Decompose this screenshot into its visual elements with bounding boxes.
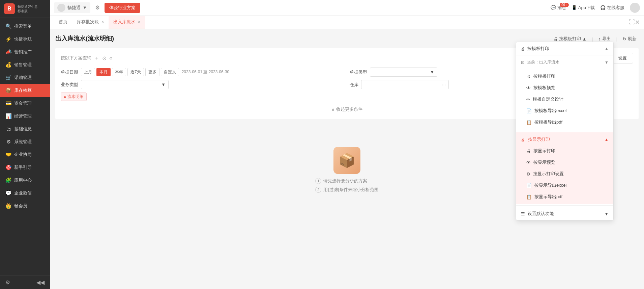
sidebar-item-system[interactable]: ⚙系统管理: [0, 135, 50, 148]
sidebar-label-marketing: 营销推广: [14, 49, 32, 55]
sidebar-item-operations[interactable]: 📊经营管理: [0, 110, 50, 123]
dp-template-pdf-btn[interactable]: 📋 按模板导出pdf: [516, 116, 613, 128]
refresh-icon: ↻: [623, 36, 626, 42]
dp-template-custom-btn[interactable]: ✏ 模板自定义设计: [516, 94, 613, 105]
user-selector[interactable]: 畅捷通 ▼: [54, 2, 90, 13]
sidebar-item-guide[interactable]: 🎯新手引导: [0, 161, 50, 174]
empty-steps: 1 请先选择要分析的方案 2 用[过滤]条件来缩小分析范围: [315, 177, 378, 194]
refresh-btn[interactable]: ↻ 刷新: [621, 34, 639, 43]
sidebar: B 畅捷通好生意 标准版 🔍搜索菜单⚡快捷导航📣营销推广💰销售管理🛒采购管理📦库…: [0, 0, 50, 289]
dp-set-default-btn[interactable]: ☰ 设置默认功能 ▼: [516, 207, 613, 220]
sidebar-item-shortcut[interactable]: ⚡快捷导航: [0, 33, 50, 46]
dp-separator: [516, 131, 613, 131]
date-btn-自定义[interactable]: 自定义: [161, 68, 179, 76]
dp-default-chevron-icon: ▼: [604, 211, 609, 216]
warehouse-label: 仓库: [350, 82, 358, 88]
date-btn-上月[interactable]: 上月: [81, 68, 95, 76]
date-btn-本年[interactable]: 本年: [112, 68, 126, 76]
biz-type-chevron-icon: ▼: [161, 82, 166, 87]
topbar-user-avatar[interactable]: [630, 3, 640, 13]
date-btn-更多[interactable]: 更多: [145, 68, 159, 76]
dp-display-chevron-icon: ▲: [604, 137, 609, 142]
logo-text: 畅捷通好生意 标准版: [18, 4, 38, 13]
filter-add-icon[interactable]: ＋: [94, 55, 99, 62]
empty-step-1: 1 请先选择要分析的方案: [315, 177, 378, 185]
sidebar-item-collab[interactable]: 🤝企业协同: [0, 148, 50, 161]
dp-display-print-settings-btn[interactable]: ⚙ 按显示打印设置: [516, 168, 613, 180]
date-btn-本月[interactable]: 本月: [96, 68, 111, 76]
dp-template-preview-btn[interactable]: 👁 按模板预览: [516, 82, 613, 94]
dp-header-chevron-icon: ▲: [605, 46, 609, 51]
sidebar-item-base[interactable]: 🗂基础信息: [0, 123, 50, 135]
dp-template-section: 🖨 按模板打印 👁 按模板预览 ✏ 模板自定义设计 📄 按模板导出excel 📋: [516, 69, 613, 129]
sidebar-icon-apps: 🧩: [5, 177, 11, 183]
app-download-btn[interactable]: 📱 App下载: [572, 5, 595, 11]
doc-type-select[interactable]: ▼: [370, 68, 437, 77]
tabbar-expand-icon[interactable]: ⛶: [629, 19, 635, 26]
dp-display-print-btn[interactable]: 🖨 按显示打印: [516, 145, 613, 157]
topbar-gear-icon[interactable]: ⚙: [94, 3, 101, 12]
dp-display-preview-btn[interactable]: 👁 按显示预览: [516, 157, 613, 168]
step-2-num: 2: [315, 187, 321, 193]
messages-btn[interactable]: 💬 消息 99+: [551, 5, 566, 11]
app-label: App下载: [578, 5, 595, 11]
sidebar-item-member[interactable]: 👑畅会员: [0, 200, 50, 212]
dp-template-excel-btn[interactable]: 📄 按模板导出excel: [516, 105, 613, 116]
dp-display-excel-btn[interactable]: 📄 按显示导出excel: [516, 180, 613, 191]
sidebar-item-inventory[interactable]: 📦库存核算: [0, 84, 50, 97]
dp-template-print-icon: 🖨: [526, 74, 531, 79]
dp-display-section-header: 🖨 按显示打印 ▲: [516, 134, 613, 145]
sidebar-item-sales[interactable]: 💰销售管理: [0, 58, 50, 71]
dp-current-text: 当前：出入库流水: [527, 59, 559, 65]
tabbar: 首页库存批次账×出入库流水×⛶✕: [50, 16, 644, 29]
sidebar-icon-operations: 📊: [5, 113, 11, 119]
collapse-sidebar-icon[interactable]: ◀◀: [36, 279, 45, 286]
trial-btn[interactable]: 体验行业方案: [105, 3, 140, 13]
export-icon: ↑: [598, 36, 601, 42]
dp-display-print-icon: 🖨: [526, 149, 531, 154]
dp-default-icon: ☰: [521, 211, 525, 216]
topbar: 畅捷通 ▼ ⚙ 体验行业方案 💬 消息 99+ 📱 App下载 🎧 在线客服: [50, 0, 644, 16]
tab-close-batch[interactable]: ×: [101, 20, 104, 24]
settings-footer-icon[interactable]: ⚙: [5, 279, 10, 286]
sidebar-item-purchase[interactable]: 🛒采购管理: [0, 71, 50, 84]
warehouse-more-icon: ···: [442, 82, 446, 87]
sidebar-icon-marketing: 📣: [5, 49, 11, 55]
sidebar-label-member: 畅会员: [14, 203, 27, 209]
filter-settings-icon[interactable]: ⊙: [102, 55, 107, 61]
user-avatar: [57, 4, 65, 12]
settings-btn[interactable]: 设置: [612, 53, 633, 63]
dp-separator-2: [516, 205, 613, 206]
sidebar-footer: ⚙ ◀◀: [0, 275, 50, 289]
dp-current-chevron-icon: ▼: [605, 60, 609, 65]
biz-type-select[interactable]: ▼: [81, 80, 169, 89]
sidebar-item-apps[interactable]: 🧩应用中心: [0, 174, 50, 187]
sidebar-logo: B 畅捷通好生意 标准版: [0, 0, 50, 18]
tab-home[interactable]: 首页: [54, 16, 72, 28]
sidebar-item-finance[interactable]: 💳资金管理: [0, 97, 50, 110]
warehouse-select[interactable]: ···: [361, 80, 449, 89]
filter-collapse-icon[interactable]: «: [109, 55, 112, 61]
tab-flow[interactable]: 出入库流水×: [109, 16, 145, 28]
date-btn-近7天[interactable]: 近7天: [127, 68, 144, 76]
step-1-num: 1: [315, 178, 321, 184]
dp-template-print-btn[interactable]: 🖨 按模板打印: [516, 71, 613, 82]
sidebar-item-wechat[interactable]: 💬企业微信: [0, 187, 50, 200]
logo-icon: B: [4, 3, 15, 14]
tabbar-close-all-icon[interactable]: ✕: [635, 19, 640, 26]
dp-current-icon: ⊡: [521, 60, 524, 65]
print-dropdown-panel: 🖨 按模板打印 ▲ ⊡ 当前：出入库流水 ▼ 🖨 按模板打印: [516, 42, 614, 220]
dropdown-header: 🖨 按模板打印 ▲: [516, 42, 613, 55]
sidebar-item-marketing[interactable]: 📣营销推广: [0, 46, 50, 58]
dp-current-label: ⊡ 当前：出入库流水 ▼: [516, 57, 613, 68]
sidebar-label-operations: 经营管理: [14, 113, 32, 119]
user-dropdown-icon: ▼: [83, 5, 87, 10]
service-label: 在线客服: [607, 5, 624, 11]
customer-service-btn[interactable]: 🎧 在线客服: [600, 5, 624, 11]
dp-display-pdf-btn[interactable]: 📋 按显示导出pdf: [516, 191, 613, 203]
tab-close-flow[interactable]: ×: [138, 20, 140, 24]
tab-batch[interactable]: 库存批次账×: [72, 16, 109, 28]
sidebar-item-search[interactable]: 🔍搜索菜单: [0, 20, 50, 33]
dp-template-excel-icon: 📄: [526, 108, 532, 113]
sidebar-label-purchase: 采购管理: [14, 75, 32, 81]
